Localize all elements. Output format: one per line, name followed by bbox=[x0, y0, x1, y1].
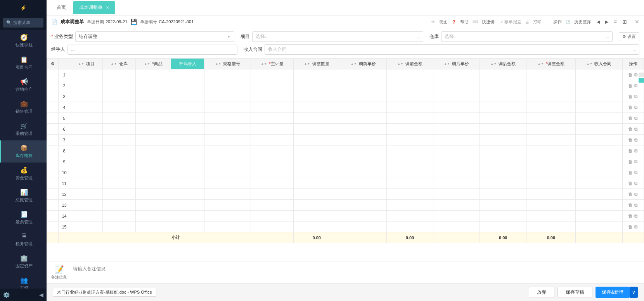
row-unit[interactable] bbox=[251, 113, 293, 124]
row-spec[interactable] bbox=[204, 200, 251, 211]
delete-row-icon[interactable]: 🗑 bbox=[628, 72, 633, 78]
approve-button[interactable]: ✓ 核单报差 bbox=[499, 18, 523, 26]
row-checkbox[interactable] bbox=[47, 69, 59, 80]
col-income-contract[interactable]: ▲▼ 收入合同 bbox=[576, 59, 622, 69]
col-settings[interactable]: ⚙ bbox=[47, 59, 59, 69]
copy-row-icon[interactable]: ⧉ bbox=[634, 148, 638, 154]
row-income-contract[interactable] bbox=[576, 80, 622, 91]
row-after-price[interactable] bbox=[433, 211, 480, 221]
row-product[interactable] bbox=[135, 211, 171, 221]
copy-row-icon[interactable]: ⧉ bbox=[634, 224, 638, 230]
row-after-amount[interactable] bbox=[480, 178, 526, 189]
copy-row-icon[interactable]: ⧉ bbox=[634, 94, 638, 99]
row-unit[interactable] bbox=[251, 69, 293, 80]
row-checkbox[interactable] bbox=[47, 189, 59, 200]
row-project[interactable] bbox=[70, 189, 103, 200]
row-unit[interactable] bbox=[251, 124, 293, 135]
row-project[interactable] bbox=[70, 69, 103, 80]
nav-prev-button[interactable]: ◀ bbox=[595, 19, 601, 25]
row-before-amount[interactable] bbox=[386, 178, 433, 189]
row-before-amount[interactable] bbox=[386, 135, 433, 145]
delete-row-icon[interactable]: 🗑 bbox=[628, 83, 633, 88]
notes-icon-button[interactable]: 📝 备注信息 bbox=[51, 265, 67, 280]
row-spec[interactable] bbox=[204, 113, 251, 124]
close-document-button[interactable]: ✕ bbox=[635, 19, 639, 25]
sidebar-item-invoice-mgmt[interactable]: 🧾 发票管理 bbox=[0, 207, 47, 229]
row-adjust-amount[interactable] bbox=[526, 102, 576, 113]
row-warehouse[interactable] bbox=[103, 189, 135, 200]
delete-row-icon[interactable]: 🗑 bbox=[628, 213, 633, 219]
row-income-contract[interactable] bbox=[576, 69, 622, 80]
sidebar-item-quick-nav[interactable]: 🧭 快速导航 bbox=[0, 30, 47, 52]
row-before-price[interactable] bbox=[340, 91, 386, 102]
row-unit[interactable] bbox=[251, 211, 293, 221]
row-adjust-qty[interactable] bbox=[293, 200, 340, 211]
discard-button[interactable]: 放弃 bbox=[529, 287, 554, 298]
copy-row-icon[interactable]: ⧉ bbox=[634, 83, 638, 88]
row-unit[interactable] bbox=[251, 135, 293, 145]
copy-row-icon[interactable]: ⧉ bbox=[634, 137, 638, 143]
tab-home[interactable]: 首页 bbox=[50, 1, 72, 14]
row-warehouse[interactable] bbox=[103, 145, 135, 156]
row-after-amount[interactable] bbox=[480, 221, 526, 232]
row-project[interactable] bbox=[70, 102, 103, 113]
row-unit[interactable] bbox=[251, 221, 293, 232]
col-main-unit[interactable]: ▲▼ *主计量 bbox=[251, 59, 293, 69]
collapse-sidebar-icon[interactable]: ◀ bbox=[39, 292, 43, 298]
delete-row-icon[interactable]: 🗑 bbox=[628, 192, 633, 197]
row-before-amount[interactable] bbox=[386, 189, 433, 200]
row-after-price[interactable] bbox=[433, 189, 480, 200]
row-spec[interactable] bbox=[204, 221, 251, 232]
row-checkbox[interactable] bbox=[47, 167, 59, 178]
row-before-price[interactable] bbox=[340, 102, 386, 113]
col-warehouse[interactable]: ▲▼ 仓库 bbox=[103, 59, 135, 69]
row-after-price[interactable] bbox=[433, 221, 480, 232]
row-spec[interactable] bbox=[204, 91, 251, 102]
row-checkbox[interactable] bbox=[47, 113, 59, 124]
row-spec[interactable] bbox=[204, 102, 251, 113]
row-income-contract[interactable] bbox=[576, 145, 622, 156]
row-income-contract[interactable] bbox=[576, 113, 622, 124]
row-project[interactable] bbox=[70, 221, 103, 232]
row-project[interactable] bbox=[70, 135, 103, 145]
row-project[interactable] bbox=[70, 113, 103, 124]
row-spec[interactable] bbox=[204, 156, 251, 167]
row-before-price[interactable] bbox=[340, 145, 386, 156]
row-adjust-qty[interactable] bbox=[293, 221, 340, 232]
sidebar-item-fixed-assets[interactable]: 🏢 固定资产 bbox=[0, 251, 47, 273]
row-checkbox[interactable] bbox=[47, 211, 59, 221]
row-project[interactable] bbox=[70, 167, 103, 178]
row-checkbox[interactable] bbox=[47, 124, 59, 135]
row-income-contract[interactable] bbox=[576, 211, 622, 221]
copy-row-icon[interactable]: ⧉ bbox=[634, 202, 638, 208]
row-unit[interactable] bbox=[251, 156, 293, 167]
row-before-amount[interactable] bbox=[386, 200, 433, 211]
row-after-amount[interactable] bbox=[480, 145, 526, 156]
row-after-amount[interactable] bbox=[480, 102, 526, 113]
row-adjust-qty[interactable] bbox=[293, 124, 340, 135]
row-checkbox[interactable] bbox=[47, 200, 59, 211]
row-adjust-amount[interactable] bbox=[526, 200, 576, 211]
delete-row-icon[interactable]: 🗑 bbox=[628, 202, 633, 208]
delete-row-icon[interactable]: 🗑 bbox=[628, 224, 633, 230]
row-income-contract[interactable] bbox=[576, 221, 622, 232]
row-adjust-qty[interactable] bbox=[293, 156, 340, 167]
row-before-price[interactable] bbox=[340, 200, 386, 211]
copy-row-icon[interactable]: ⧉ bbox=[634, 159, 638, 164]
row-after-price[interactable] bbox=[433, 69, 480, 80]
row-product[interactable] bbox=[135, 135, 171, 145]
save-new-dropdown-button[interactable]: ∨ bbox=[630, 287, 638, 298]
row-warehouse[interactable] bbox=[103, 156, 135, 167]
row-product[interactable] bbox=[135, 69, 171, 80]
row-spec[interactable] bbox=[204, 135, 251, 145]
row-warehouse[interactable] bbox=[103, 113, 135, 124]
row-unit[interactable] bbox=[251, 145, 293, 156]
row-spec[interactable] bbox=[204, 80, 251, 91]
row-unit[interactable] bbox=[251, 80, 293, 91]
row-spec[interactable] bbox=[204, 167, 251, 178]
operation-button[interactable]: 操作 bbox=[552, 18, 563, 26]
delete-row-icon[interactable]: 🗑 bbox=[628, 116, 633, 121]
sidebar-item-capital-mgmt[interactable]: 💰 资金管理 bbox=[0, 163, 47, 185]
row-after-price[interactable] bbox=[433, 156, 480, 167]
row-adjust-amount[interactable] bbox=[526, 69, 576, 80]
